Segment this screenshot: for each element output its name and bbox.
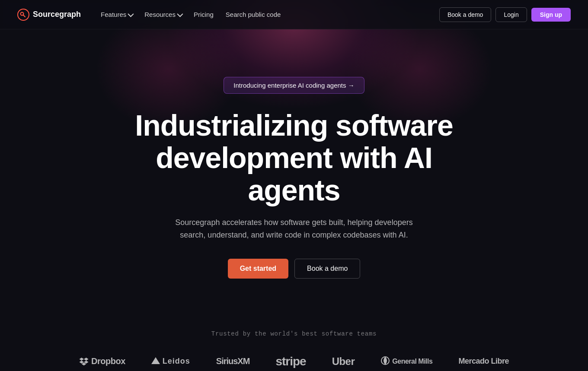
logo-dropbox: Dropbox [79, 356, 125, 366]
hero-cta-buttons: Get started Book a demo [228, 259, 361, 279]
sourcegraph-logo-icon [17, 9, 29, 21]
logo-generalmills: General Mills [380, 356, 432, 367]
logos-row-1: Dropbox Leidos SiriusXM stripe [35, 355, 553, 368]
nav-links: Features Resources Pricing Search public… [96, 8, 285, 21]
dropbox-icon [79, 358, 89, 365]
announcement-pill[interactable]: Introducing enterprise AI coding agents … [224, 77, 364, 94]
hero-subtitle: Sourcegraph accelerates how software get… [164, 216, 424, 241]
nav-right: Book a demo Login Sign up [439, 7, 571, 22]
chevron-down-icon [177, 11, 183, 17]
nav-search-public-code[interactable]: Search public code [221, 8, 285, 21]
logos-tagline: Trusted by the world's best software tea… [211, 330, 377, 337]
announcement-text: Introducing enterprise AI coding agents … [233, 82, 354, 89]
logo[interactable]: Sourcegraph [17, 9, 81, 21]
get-started-button[interactable]: Get started [228, 259, 288, 279]
logo-siriusxm: SiriusXM [216, 356, 250, 366]
hero-section: Introducing enterprise AI coding agents … [0, 0, 588, 371]
nav-book-demo-button[interactable]: Book a demo [439, 7, 492, 22]
navigation: Sourcegraph Features Resources Pricing S… [0, 0, 588, 29]
generalmills-icon [380, 356, 390, 367]
logo-stripe: stripe [275, 355, 306, 368]
nav-signup-button[interactable]: Sign up [531, 8, 571, 22]
logo-uber: Uber [332, 355, 355, 368]
svg-point-3 [23, 14, 24, 15]
nav-pricing[interactable]: Pricing [189, 8, 218, 21]
logo-leidos: Leidos [151, 357, 190, 366]
hero-content: Introducing enterprise AI coding agents … [121, 29, 467, 313]
logo-mercadolibre: Mercado Libre [458, 357, 509, 366]
nav-left: Sourcegraph Features Resources Pricing S… [17, 8, 285, 21]
hero-book-demo-button[interactable]: Book a demo [294, 259, 360, 279]
nav-login-button[interactable]: Login [495, 7, 527, 22]
nav-features[interactable]: Features [96, 8, 137, 21]
hero-title: Industrializing software development wit… [121, 109, 467, 206]
nav-resources[interactable]: Resources [140, 8, 186, 21]
chevron-down-icon [128, 11, 134, 17]
logos-section: Trusted by the world's best software tea… [0, 313, 588, 371]
logo-text: Sourcegraph [33, 10, 81, 19]
leidos-icon [151, 357, 160, 365]
svg-marker-4 [151, 357, 160, 364]
